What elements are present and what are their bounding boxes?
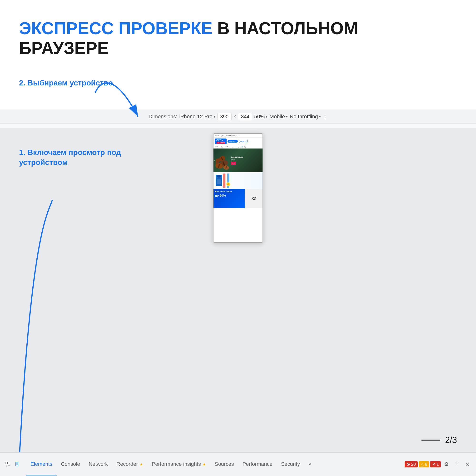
tab-network[interactable]: Network bbox=[84, 452, 112, 476]
devtools-close-button[interactable]: ✕ bbox=[463, 459, 472, 469]
ozon-banner2 bbox=[214, 172, 262, 189]
svg-point-11 bbox=[217, 175, 221, 178]
tab-sources-label: Sources bbox=[215, 461, 234, 467]
ozon-nav-travel: ✈ Билеты, отели, туры bbox=[226, 146, 241, 148]
tab-network-label: Network bbox=[88, 461, 108, 467]
error-icon: ⊗ bbox=[407, 462, 410, 467]
error-count: 20 bbox=[411, 462, 416, 467]
mobile-device-frame: RUB Пункт Ozon • Новая ул., 1 OZON С 17 … bbox=[213, 133, 263, 243]
width-input[interactable]: 390 bbox=[217, 113, 232, 120]
svg-rect-20 bbox=[5, 462, 7, 464]
mode-selector[interactable]: Mobile ▾ bbox=[270, 114, 288, 120]
ozon-enter-button[interactable]: Везде ▾ bbox=[239, 140, 248, 143]
tab-more-label: » bbox=[308, 461, 311, 467]
settings-gear-icon[interactable]: ⚙ bbox=[442, 459, 451, 469]
mode-value: Mobile bbox=[270, 114, 285, 120]
banner1-price: от 29... bbox=[231, 159, 261, 161]
title-blue: ЭКСПРЕСС ПРОВЕРКЕ bbox=[19, 19, 213, 38]
tab-sources[interactable]: Sources bbox=[210, 452, 238, 476]
banner3-title: Миллионы скидок bbox=[215, 190, 243, 193]
tab-more[interactable]: » bbox=[304, 452, 316, 476]
inspect-element-icon[interactable] bbox=[4, 460, 11, 468]
throttle-selector[interactable]: No throttling ▾ bbox=[290, 114, 321, 120]
ozon-nav-clothes: 👕 Одеж bbox=[241, 146, 247, 148]
zoom-arrow-icon: ▾ bbox=[266, 114, 268, 119]
ozon-catalog-button[interactable]: ≡ Каталог bbox=[227, 140, 238, 143]
device-arrow-icon: ▾ bbox=[214, 114, 215, 119]
warn-icon: △ bbox=[421, 462, 424, 467]
gear-icon: ⚙ bbox=[444, 461, 449, 467]
info-count-badge[interactable]: ✕ 1 bbox=[430, 461, 441, 467]
mode-arrow-icon: ▾ bbox=[286, 114, 288, 119]
warn-count: 6 bbox=[425, 462, 427, 467]
banner1-text: Алюми кап от 29... Ку bbox=[230, 156, 261, 165]
tab-elements[interactable]: Elements bbox=[26, 452, 57, 476]
page-line-decoration bbox=[421, 440, 440, 441]
devtools-left-icons bbox=[4, 460, 21, 468]
ozon-toolbar: OZON С 17 АПРЕЛЯ ≡ Каталог Везде ▾ bbox=[214, 137, 262, 145]
devtools-more-button[interactable]: ⋮ bbox=[452, 459, 462, 469]
perf-insights-warn-icon: ▲ bbox=[202, 462, 206, 466]
title-area: ЭКСПРЕСС ПРОВЕРКЕ В НАСТОЛЬНОМ БРАУЗЕРЕ bbox=[19, 19, 457, 58]
recorder-warn-icon: ▲ bbox=[139, 462, 143, 466]
ozon-header: RUB Пункт Ozon • Новая ул., 1 bbox=[214, 134, 262, 137]
tab-console[interactable]: Console bbox=[57, 452, 85, 476]
ruler-strip bbox=[0, 124, 476, 129]
error-count-badge[interactable]: ⊗ 20 bbox=[405, 461, 418, 467]
tab-performance[interactable]: Performance bbox=[238, 452, 277, 476]
title-black: В НАСТОЛЬНОМ bbox=[213, 19, 358, 38]
more-options-icon[interactable]: ⋮ bbox=[323, 114, 327, 119]
devtools-bottom-bar: Elements Console Network Recorder ▲ Perf… bbox=[0, 452, 476, 476]
info-count: 1 bbox=[437, 462, 439, 467]
browser-viewport: RUB Пункт Ozon • Новая ул., 1 OZON С 17 … bbox=[0, 129, 476, 452]
banner1-button[interactable]: Ку bbox=[231, 162, 236, 165]
zoom-selector[interactable]: 50% ▾ bbox=[254, 114, 268, 120]
banner-prev-icon[interactable]: ‹ bbox=[214, 159, 215, 162]
page-number-area: 2/3 bbox=[421, 435, 457, 445]
close-icon: ✕ bbox=[465, 461, 470, 468]
ozon-lang: RUB bbox=[215, 135, 219, 136]
svg-rect-12 bbox=[217, 179, 221, 184]
tab-recorder[interactable]: Recorder ▲ bbox=[112, 452, 147, 476]
title-line2: БРАУЗЕРЕ bbox=[19, 39, 457, 58]
svg-rect-13 bbox=[223, 173, 225, 188]
coffee-image bbox=[215, 151, 230, 171]
coffee-beans-illustration bbox=[215, 151, 230, 171]
more-icon: ⋮ bbox=[454, 461, 459, 467]
tab-performance-label: Performance bbox=[242, 461, 272, 467]
device-toggle-icon[interactable] bbox=[14, 460, 21, 468]
tab-performance-insights-label: Performance insights bbox=[152, 461, 201, 467]
ozon-banner1: ‹ Алюми кап от 29... Ку bbox=[214, 149, 262, 172]
ozon-banner3: Миллионы скидок до 60% bbox=[214, 189, 245, 208]
tab-recorder-label: Recorder bbox=[116, 461, 138, 467]
banner3-discount: до 60% bbox=[215, 194, 243, 197]
page-number-text: 2/3 bbox=[445, 435, 457, 445]
height-input[interactable]: 844 bbox=[238, 113, 252, 120]
annotation-step1: 1. Включаем просмотр под устройством bbox=[19, 148, 121, 167]
devtools-tabs: Elements Console Network Recorder ▲ Perf… bbox=[26, 452, 405, 476]
ozon-nav: ☐ Ozon Карта ✈ Билеты, отели, туры 👕 Оде… bbox=[214, 145, 262, 149]
tab-elements-label: Elements bbox=[31, 461, 52, 467]
tab-security[interactable]: Security bbox=[277, 452, 304, 476]
dimensions-label: Dimensions: bbox=[149, 114, 177, 120]
ozon-badge: С 17 АПРЕЛЯ bbox=[216, 142, 225, 143]
cleaning-product-illustration bbox=[214, 173, 231, 188]
dimension-cross: × bbox=[234, 114, 236, 119]
ozon-banner4: ХИ bbox=[245, 189, 262, 208]
annotation-step1-line1: 1. Включаем просмотр под bbox=[19, 148, 121, 157]
tab-security-label: Security bbox=[281, 461, 300, 467]
ozon-logo-text: OZON bbox=[216, 139, 223, 142]
banner1-title: Алюми кап bbox=[231, 156, 261, 158]
svg-point-17 bbox=[227, 183, 229, 185]
device-selector[interactable]: iPhone 12 Pro ▾ bbox=[179, 114, 215, 120]
annotation-step2: 2. Выбираем устройство bbox=[19, 79, 113, 87]
tab-performance-insights[interactable]: Performance insights ▲ bbox=[147, 452, 210, 476]
warn-count-badge[interactable]: △ 6 bbox=[419, 461, 429, 467]
device-name: iPhone 12 Pro bbox=[179, 114, 212, 120]
ozon-location: Пункт Ozon • Новая ул., 1 bbox=[220, 135, 240, 136]
devtools-right-controls: ⊗ 20 △ 6 ✕ 1 ⚙ ⋮ ✕ bbox=[405, 459, 472, 469]
title-line1: ЭКСПРЕСС ПРОВЕРКЕ В НАСТОЛЬНОМ bbox=[19, 19, 457, 38]
ozon-enter-label: Везде ▾ bbox=[240, 140, 246, 142]
ozon-logo: OZON С 17 АПРЕЛЯ bbox=[215, 138, 227, 144]
ozon-catalog-label: ≡ Каталог bbox=[229, 140, 236, 142]
